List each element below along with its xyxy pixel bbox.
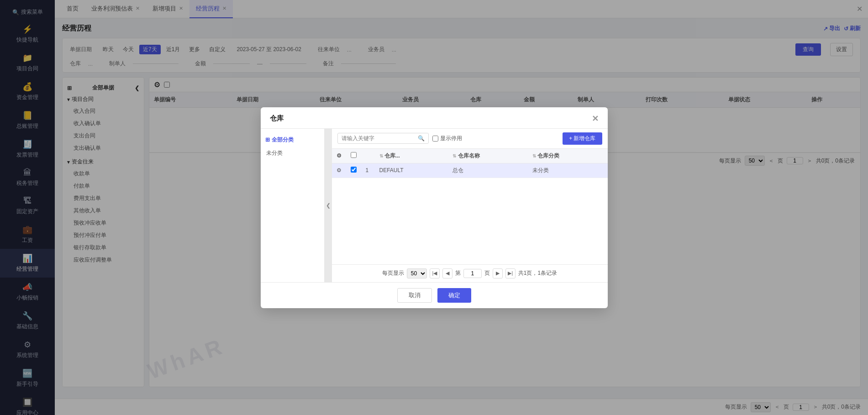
modal-col-index: [361, 149, 375, 163]
modal-pagination: 每页显示 50 |◀ ◀ 第 页 ▶ ▶| 共1页，1条记录: [332, 264, 608, 282]
row-select-checkbox[interactable]: [351, 167, 357, 173]
show-disabled-checkbox-label: 显示停用: [432, 135, 462, 142]
modal-page-prefix: 第: [455, 269, 461, 277]
modal-all-category[interactable]: ⊞ 全部分类: [261, 133, 324, 147]
modal-search-icon[interactable]: 🔍: [418, 135, 425, 142]
modal-col-name-label: 仓库名称: [458, 152, 480, 159]
modal-last-page-btn[interactable]: ▶|: [505, 268, 516, 278]
collapse-left-icon: ❮: [326, 202, 331, 209]
show-disabled-checkbox[interactable]: [432, 136, 438, 142]
row-code: DEFAULT: [375, 163, 448, 178]
modal-footer: 取消 确定: [261, 282, 608, 308]
modal-col-code: ⇅ 仓库...: [375, 149, 448, 163]
modal-page-input[interactable]: [463, 269, 482, 278]
modal-per-page-select[interactable]: 50: [407, 268, 427, 278]
modal-toolbar: 🔍 显示停用 + 新增仓库: [332, 129, 608, 149]
gear-icon[interactable]: ⚙: [337, 152, 342, 159]
modal-col-category-label: 仓库分类: [537, 152, 559, 159]
modal-overlay: 仓库 ✕ ⊞ 全部分类 未分类 ❮: [0, 0, 868, 415]
modal-search-input[interactable]: [342, 135, 416, 142]
modal-first-page-btn[interactable]: |◀: [430, 268, 440, 278]
modal-table: ⚙ ⇅ 仓库... ⇅ 仓库名称: [332, 149, 608, 178]
modal-cancel-button[interactable]: 取消: [397, 288, 432, 303]
modal-prev-page-btn[interactable]: ◀: [442, 268, 452, 278]
modal-table-row[interactable]: ⚙ 1 DEFAULT 总仓 未分类: [332, 163, 608, 178]
modal-title: 仓库: [270, 114, 284, 123]
row-index: 1: [361, 163, 375, 178]
modal-col-checkbox: [346, 149, 361, 163]
row-category: 未分类: [528, 163, 608, 178]
modal-search-box: 🔍: [337, 133, 429, 144]
modal-right: 🔍 显示停用 + 新增仓库 ⚙: [332, 129, 608, 282]
add-warehouse-button[interactable]: + 新增仓库: [563, 132, 602, 145]
modal-next-page-btn[interactable]: ▶: [493, 268, 503, 278]
modal-col-category: ⇅ 仓库分类: [528, 149, 608, 163]
modal-col-name: ⇅ 仓库名称: [448, 149, 528, 163]
modal-per-page-label: 每页显示: [382, 269, 404, 277]
modal-select-all[interactable]: [351, 152, 357, 158]
modal-category-nav: ⊞ 全部分类 未分类: [261, 129, 325, 282]
modal-collapse-btn[interactable]: ❮: [325, 129, 332, 282]
row-gear-icon[interactable]: ⚙: [337, 167, 342, 173]
row-name: 总仓: [448, 163, 528, 178]
all-category-label: 全部分类: [272, 136, 294, 144]
modal-page-suffix: 页: [484, 269, 490, 277]
row-checkbox: [346, 163, 361, 178]
row-setting: ⚙: [332, 163, 346, 178]
modal-total-label: 共1页，1条记录: [518, 269, 557, 277]
modal-col-setting: ⚙: [332, 149, 346, 163]
grid-icon2: ⊞: [265, 137, 270, 143]
modal-table-wrap: ⚙ ⇅ 仓库... ⇅ 仓库名称: [332, 149, 608, 264]
modal-body: ⊞ 全部分类 未分类 ❮ 🔍 显示停用: [261, 129, 608, 282]
modal-header: 仓库 ✕: [261, 107, 608, 129]
modal-col-code-label: 仓库...: [384, 152, 400, 159]
show-disabled-label: 显示停用: [440, 135, 462, 142]
modal-close-button[interactable]: ✕: [592, 114, 599, 124]
modal-confirm-button[interactable]: 确定: [437, 288, 471, 303]
modal-category-unclassified[interactable]: 未分类: [261, 147, 324, 160]
warehouse-modal: 仓库 ✕ ⊞ 全部分类 未分类 ❮: [261, 107, 608, 308]
